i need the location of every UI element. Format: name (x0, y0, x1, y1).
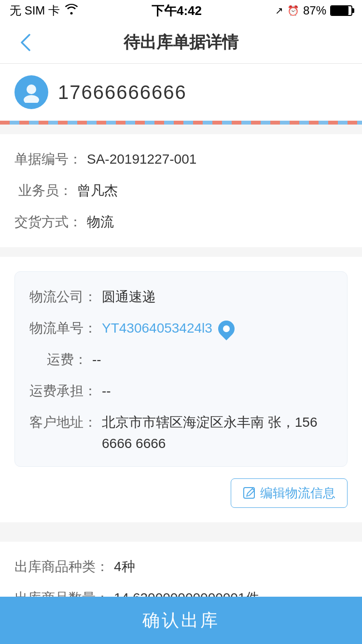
wifi-icon (65, 4, 78, 17)
salesperson-label: 业务员： (14, 180, 72, 202)
freight-bearer-row: 运费承担： -- (29, 380, 333, 402)
status-left: 无 SIM 卡 (10, 3, 78, 18)
freight-row: 运费： -- (29, 349, 333, 371)
alarm-icon: ⏰ (287, 5, 299, 16)
freight-label: 运费： (29, 349, 87, 371)
battery-icon (330, 5, 352, 16)
gray-separator (0, 522, 362, 532)
logistics-company-row: 物流公司： 圆通速递 (29, 286, 333, 308)
delivery-method-value: 物流 (87, 211, 348, 233)
avatar (14, 75, 48, 109)
salesperson-value: 曾凡杰 (77, 180, 348, 202)
confirm-button[interactable]: 确认出库 (0, 597, 362, 644)
tracking-value: YT43064053424l3 (102, 318, 333, 339)
order-info-section: 单据编号： SA-20191227-001 业务员： 曾凡杰 交货方式： 物流 (0, 134, 362, 247)
tracking-row: 物流单号： YT43064053424l3 (29, 318, 333, 339)
edit-logistics-label: 编辑物流信息 (260, 485, 335, 502)
salesperson-row: 业务员： 曾凡杰 (14, 180, 348, 202)
order-number-label: 单据编号： (14, 149, 82, 170)
dashed-separator (0, 121, 362, 125)
carrier-label: 无 SIM 卡 (10, 3, 60, 18)
tracking-label: 物流单号： (29, 318, 97, 339)
status-bar: 无 SIM 卡 下午4:42 ↗ ⏰ 87% (0, 0, 362, 21)
svg-point-1 (24, 95, 39, 103)
address-label: 客户地址： (29, 412, 97, 434)
address-row: 客户地址： 北京市市辖区海淀区永丰南 张，156 6666 6666 (29, 412, 333, 455)
freight-bearer-label: 运费承担： (29, 380, 97, 402)
battery-percent: 87% (303, 4, 326, 17)
logistics-section: 物流公司： 圆通速递 物流单号： YT43064053424l3 运费： -- … (0, 257, 362, 522)
freight-bearer-value: -- (102, 380, 333, 402)
back-button[interactable] (14, 32, 36, 53)
edit-logistics-button[interactable]: 编辑物流信息 (231, 478, 348, 508)
status-time: 下午4:42 (152, 2, 202, 19)
order-number-value: SA-20191227-001 (87, 149, 348, 170)
logistics-card: 物流公司： 圆通速递 物流单号： YT43064053424l3 运费： -- … (14, 271, 348, 467)
page-title: 待出库单据详情 (124, 31, 238, 54)
goods-type-label: 出库商品种类： (14, 556, 109, 578)
order-number-row: 单据编号： SA-20191227-001 (14, 149, 348, 170)
status-right: ↗ ⏰ 87% (275, 4, 352, 17)
goods-type-row: 出库商品种类： 4种 (14, 556, 348, 578)
tracking-number: YT43064053424l3 (102, 318, 212, 339)
freight-value: -- (92, 349, 333, 371)
location-arrow-icon: ↗ (275, 5, 283, 16)
logistics-company-value: 圆通速递 (102, 286, 333, 308)
delivery-method-row: 交货方式： 物流 (14, 211, 348, 233)
logistics-company-label: 物流公司： (29, 286, 97, 308)
location-pin-icon[interactable] (218, 319, 235, 338)
address-value: 北京市市辖区海淀区永丰南 张，156 6666 6666 (102, 412, 333, 455)
svg-point-0 (27, 84, 36, 94)
confirm-label: 确认出库 (142, 609, 220, 632)
customer-header: 17666666666 (0, 64, 362, 121)
customer-phone: 17666666666 (58, 82, 187, 103)
edit-icon (243, 487, 256, 500)
goods-type-value: 4种 (114, 556, 348, 578)
nav-bar: 待出库单据详情 (0, 21, 362, 64)
delivery-method-label: 交货方式： (14, 211, 82, 233)
